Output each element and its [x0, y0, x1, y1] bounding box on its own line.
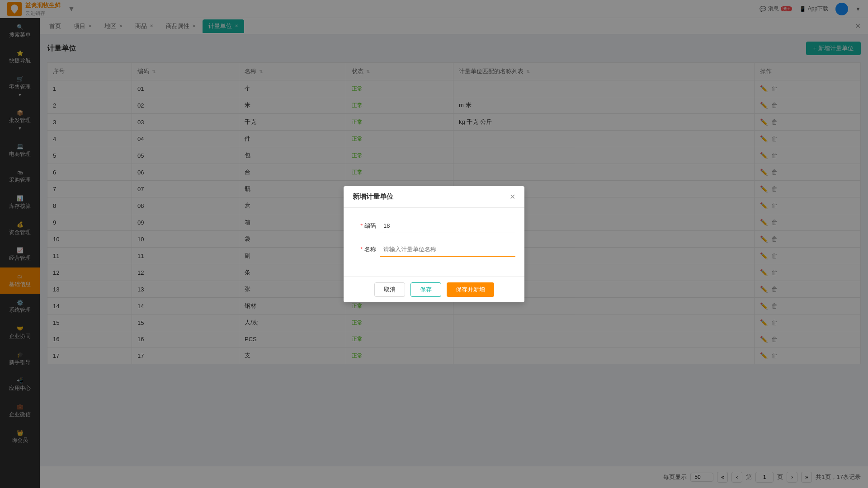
- form-row-name: * 名称: [353, 242, 515, 257]
- modal-footer: 取消 保存 保存并新增: [344, 277, 524, 302]
- modal-body: * 编码 * 名称: [344, 208, 524, 277]
- save-and-new-button[interactable]: 保存并新增: [447, 282, 494, 297]
- add-measure-unit-modal: 新增计量单位 ✕ * 编码 * 名称 取消 保存 保存并新增: [344, 186, 524, 302]
- modal-overlay[interactable]: 新增计量单位 ✕ * 编码 * 名称 取消 保存 保存并新增: [0, 0, 868, 488]
- cancel-button[interactable]: 取消: [374, 282, 405, 297]
- name-input[interactable]: [380, 242, 515, 257]
- save-button[interactable]: 保存: [410, 282, 441, 297]
- modal-close-btn[interactable]: ✕: [509, 192, 515, 201]
- form-row-code: * 编码: [353, 219, 515, 233]
- name-field-label: * 名称: [353, 245, 380, 253]
- code-field-label: * 编码: [353, 222, 380, 230]
- code-input[interactable]: [380, 219, 515, 233]
- modal-title: 新增计量单位: [353, 192, 393, 201]
- modal-header: 新增计量单位 ✕: [344, 186, 524, 208]
